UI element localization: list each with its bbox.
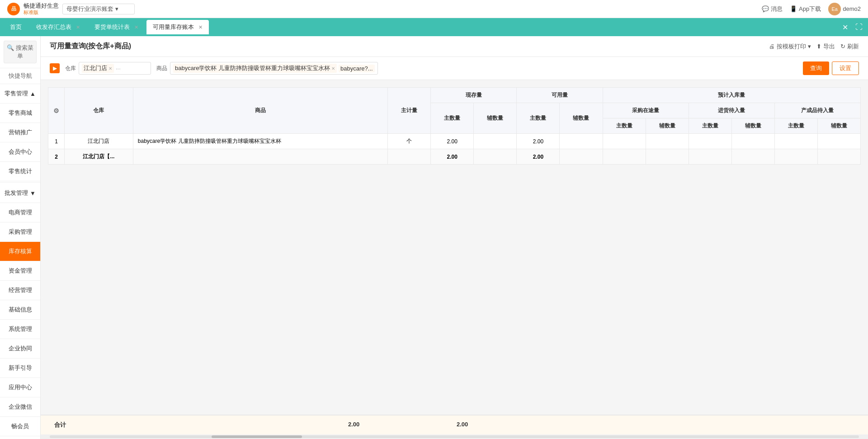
app-download-button[interactable]: 📱 App下载 — [790, 5, 821, 13]
row-warehouse: 江北门店 — [65, 134, 133, 149]
product-tag1: babycare学饮杯 儿童防摔防撞吸管杯重力球吸嘴杯宝宝水杯 ✕ — [173, 64, 337, 73]
row-inbound-aux-qty — [731, 134, 774, 149]
product-tag1-close[interactable]: ✕ — [331, 66, 335, 71]
message-button[interactable]: 💬 消息 — [762, 5, 783, 13]
sidebar-item-marketing[interactable]: 营销推广 — [0, 123, 40, 142]
warehouse-filter-group: 仓库 江北门店 ✕ ··· — [65, 62, 151, 75]
subtotal-inbound-main-qty — [689, 149, 731, 165]
stock-main-qty-header: 主数量 — [431, 103, 474, 134]
sidebar-item-finance-mgmt[interactable]: 资金管理 — [0, 261, 40, 281]
subtotal-avail-main-qty: 2.00 — [517, 149, 560, 165]
sidebar-item-basic-info[interactable]: 基础信息 — [0, 300, 40, 320]
maximize-window-button[interactable]: ⛶ — [854, 23, 864, 32]
table-wrap: ⚙ 仓库 商品 主计量 现存量 可用量 预计入库量 主数量 辅数量 主数量 辅数… — [41, 80, 868, 415]
setting-button[interactable]: 设置 — [832, 61, 859, 75]
warehouse-tag-close[interactable]: ✕ — [108, 66, 112, 71]
subtotal-purchase-main-qty — [603, 149, 646, 165]
close-window-button[interactable]: ✕ — [840, 23, 850, 32]
tab-order-stats-close[interactable]: ✕ — [134, 24, 138, 30]
current-stock-column-header: 现存量 — [431, 88, 517, 103]
tab-receipts-close[interactable]: ✕ — [76, 24, 80, 30]
main-unit-column-header: 主计量 — [388, 88, 431, 134]
sidebar-item-retail-mall[interactable]: 零售商城 — [0, 104, 40, 123]
sidebar-item-enterprise-collab[interactable]: 企业协同 — [0, 339, 40, 359]
row-purchase-main-qty — [603, 134, 646, 149]
sidebar-item-wholesale-mgmt[interactable]: 批发管理 ▼ — [0, 184, 40, 203]
export-icon: ⬆ — [816, 43, 821, 50]
refresh-button[interactable]: ↻ 刷新 — [840, 42, 859, 51]
app-center-label: 应用中心 — [9, 383, 32, 392]
sidebar: 🔍 搜索菜单 快捷导航 零售管理 ▲ 零售商城 营销推广 会员中心 零售统计 批… — [0, 36, 41, 439]
sidebar-item-app-center[interactable]: 应用中心 — [0, 378, 40, 397]
sidebar-item-operations-mgmt[interactable]: 经营管理 — [0, 281, 40, 300]
production-pending-header: 产成品待入量 — [774, 103, 860, 118]
sidebar-item-retail-stats[interactable]: 零售统计 — [0, 162, 40, 181]
tab-home[interactable]: 首页 — [4, 20, 28, 34]
search-menu-label: 搜索菜单 — [16, 44, 33, 59]
product-tag2-text: babycare?... — [340, 65, 373, 72]
sidebar-item-system-mgmt[interactable]: 系统管理 — [0, 320, 40, 339]
row-stock-main-qty: 2.00 — [431, 134, 474, 149]
avail-aux-qty-header: 辅数量 — [560, 103, 603, 134]
user-profile[interactable]: Ea demo2 — [828, 3, 861, 15]
available-column-header: 可用量 — [517, 88, 603, 103]
export-button[interactable]: ⬆ 导出 — [816, 42, 835, 51]
row-inbound-main-qty — [689, 134, 731, 149]
tab-order-stats[interactable]: 要货单统计表 ✕ — [88, 20, 145, 34]
sidebar-item-enterprise-wechat[interactable]: 企业微信 — [0, 397, 40, 417]
vip-member-label: 畅会员 — [11, 422, 29, 430]
wholesale-mgmt-label: 批发管理 — [5, 189, 28, 197]
scroll-track — [50, 435, 859, 438]
sidebar-item-quick-nav[interactable]: 快捷导航 — [0, 68, 40, 84]
settings-column-header[interactable]: ⚙ — [48, 88, 65, 134]
tenant-selector[interactable]: 母婴行业演示账套 ▾ — [62, 4, 135, 14]
inbound-pending-header: 进货待入量 — [689, 103, 774, 118]
nav-tabs: 首页 收发存汇总表 ✕ 要货单统计表 ✕ 可用量库存账本 ✕ ✕ ⛶ — [0, 18, 868, 36]
table-row-subtotal: 2 江北门店【... 2.00 2.00 — [48, 149, 861, 165]
inbound-main-qty-header: 主数量 — [689, 118, 731, 134]
tab-available-stock[interactable]: 可用量库存账本 ✕ — [146, 20, 209, 34]
purchase-main-qty-header: 主数量 — [603, 118, 646, 134]
message-icon: 💬 — [762, 5, 769, 12]
warehouse-column-header: 仓库 — [65, 88, 133, 134]
footer-avail-main-qty: 2.00 — [452, 419, 506, 431]
sidebar-item-vip-member[interactable]: 畅会员 — [0, 417, 40, 436]
top-bar-right: 💬 消息 📱 App下载 Ea demo2 — [762, 3, 861, 15]
warehouse-input[interactable]: 江北门店 ✕ ··· — [79, 62, 151, 75]
product-tag2: babycare?... — [339, 65, 375, 72]
sidebar-item-retail-mgmt[interactable]: 零售管理 ▲ — [0, 84, 40, 104]
row-product: babycare学饮杯 儿童防摔防撞吸管杯重力球吸嘴杯宝宝水杯 — [133, 134, 387, 149]
sidebar-item-member-center[interactable]: 会员中心 — [0, 142, 40, 162]
product-label: 商品 — [156, 65, 167, 72]
sidebar-item-new-guide[interactable]: 新手引导 — [0, 359, 40, 378]
product-input[interactable]: babycare学饮杯 儿童防摔防撞吸管杯重力球吸嘴杯宝宝水杯 ✕ babyca… — [170, 62, 378, 75]
marketing-label: 营销推广 — [9, 128, 32, 137]
product-column-header: 商品 — [133, 88, 387, 134]
print-template-button[interactable]: 🖨 按模板打印 ▾ — [769, 42, 811, 51]
table-row: 1 江北门店 babycare学饮杯 儿童防摔防撞吸管杯重力球吸嘴杯宝宝水杯 个… — [48, 134, 861, 149]
export-label: 导出 — [823, 42, 835, 51]
subtotal-purchase-aux-qty — [646, 149, 689, 165]
sidebar-item-ecommerce-mgmt[interactable]: 电商管理 — [0, 203, 40, 222]
table-scrollbar[interactable] — [41, 434, 868, 439]
search-menu-button[interactable]: 🔍 搜索菜单 — [4, 41, 37, 63]
query-button[interactable]: 查询 — [803, 61, 829, 75]
retail-stats-label: 零售统计 — [9, 167, 32, 175]
production-aux-qty-header: 辅数量 — [817, 118, 860, 134]
sidebar-item-inventory-check[interactable]: 库存核算 — [0, 242, 40, 261]
tab-available-stock-close[interactable]: ✕ — [198, 24, 203, 30]
filter-toggle-button[interactable]: ▶ — [50, 63, 60, 73]
scroll-thumb[interactable] — [212, 435, 302, 438]
page-header: 可用量查询(按仓库+商品) 🖨 按模板打印 ▾ ⬆ 导出 ↻ 刷新 — [41, 36, 868, 57]
message-label: 消息 — [771, 5, 783, 13]
row-avail-main-qty: 2.00 — [517, 134, 560, 149]
tab-receipts[interactable]: 收发存汇总表 ✕ — [30, 20, 86, 34]
purchase-transit-header: 采购在途量 — [603, 103, 689, 118]
member-center-label: 会员中心 — [9, 148, 32, 156]
chevron-down-icon: ▾ — [115, 5, 118, 12]
warehouse-more-icon[interactable]: ··· — [116, 65, 121, 72]
forecast-in-column-header: 预计入库量 — [603, 88, 861, 103]
app-download-label: App下载 — [799, 5, 821, 13]
sidebar-item-purchase-mgmt[interactable]: 采购管理 — [0, 222, 40, 242]
row-purchase-aux-qty — [646, 134, 689, 149]
